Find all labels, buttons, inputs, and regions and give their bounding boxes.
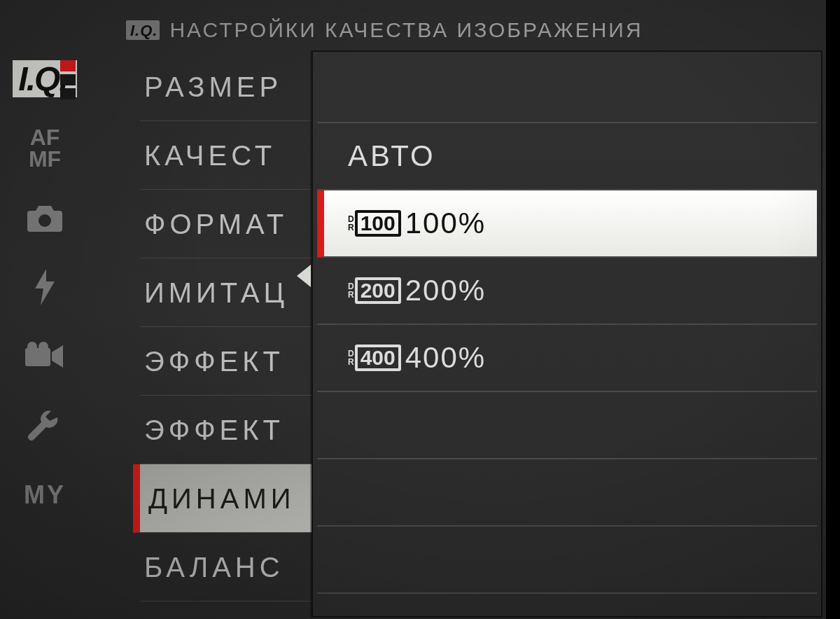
option-blank [317, 392, 817, 459]
option-dr200[interactable]: DR 200 200% [317, 258, 817, 325]
option-auto[interactable]: АВТО [317, 123, 817, 190]
svg-point-3 [38, 342, 48, 352]
sidebar-item-setup[interactable] [3, 396, 87, 455]
dr400-icon: DR 400 [348, 345, 401, 371]
option-blank [317, 527, 817, 594]
sidebar-item-afmf[interactable]: AFMF [3, 118, 87, 178]
option-value: 400% [405, 341, 486, 375]
pointer-left-icon [297, 265, 311, 287]
option-dr400[interactable]: DR 400 400% [317, 325, 817, 392]
option-dr100[interactable]: DR 100 100% [317, 190, 817, 258]
sidebar-item-shooting[interactable] [3, 188, 87, 247]
iq-header-badge: I.Q. [126, 20, 160, 40]
dr200-icon: DR 200 [348, 277, 401, 304]
option-blank [317, 459, 817, 527]
movie-icon [24, 341, 66, 372]
sidebar-item-movie[interactable] [3, 326, 87, 386]
svg-point-0 [38, 214, 51, 227]
option-label: АВТО [348, 139, 436, 173]
svg-rect-1 [25, 348, 50, 366]
sidebar: I.Q. AFMF [3, 49, 87, 524]
afmf-icon: AFMF [29, 127, 61, 169]
dr100-icon: DR 100 [348, 210, 401, 237]
sidebar-item-my[interactable]: MY [3, 465, 87, 524]
sidebar-item-flash[interactable] [3, 257, 87, 317]
option-blank [317, 56, 817, 123]
svg-point-2 [27, 342, 37, 352]
flash-icon [31, 267, 59, 307]
my-label: MY [24, 480, 66, 510]
wrench-icon [27, 408, 63, 444]
submenu-popup: АВТО DR 100 100% DR 200 200% DR 40 [312, 50, 822, 618]
iq-icon: I.Q. [13, 60, 76, 97]
camera-icon [26, 202, 64, 233]
page-title: НАСТРОЙКИ КАЧЕСТВА ИЗОБРАЖЕНИЯ [169, 18, 643, 42]
page-header: I.Q. НАСТРОЙКИ КАЧЕСТВА ИЗОБРАЖЕНИЯ [126, 13, 643, 48]
option-value: 100% [405, 207, 486, 240]
option-value: 200% [405, 274, 486, 307]
sidebar-item-iq[interactable]: I.Q. [3, 49, 87, 109]
